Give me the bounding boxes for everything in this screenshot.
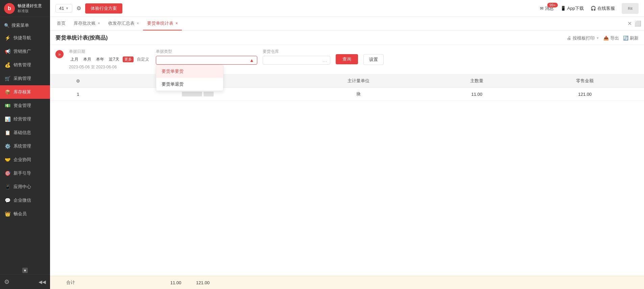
sidebar-item-label: 销售管理 (14, 62, 31, 68)
th-amount: 零售金额 (526, 74, 644, 88)
sidebar-item-label: 畅会员 (14, 211, 27, 217)
online-service-icon: 🎧 (591, 6, 596, 11)
filter-expand-btn[interactable]: » (55, 50, 64, 58)
app-download-btn[interactable]: 📱 App下载 (560, 5, 584, 12)
sidebar-item-purchase[interactable]: 🛒 采购管理 (0, 72, 50, 85)
sidebar-item-enterprise[interactable]: 🤝 企业协同 (0, 153, 50, 166)
win-close-btn[interactable]: ✕ (627, 20, 632, 27)
tabs-window-controls: ✕ ⬜ (627, 20, 641, 27)
template-print-icon: 🖨 (567, 36, 571, 41)
filter-date-label: 单据日期 (69, 49, 150, 54)
sidebar-item-label: 经营管理 (14, 116, 31, 122)
tab-receive-summary[interactable]: 收发存汇总表 × (104, 17, 143, 30)
query-btn[interactable]: 查询 (336, 54, 358, 64)
sidebar-item-system[interactable]: ⚙️ 系统管理 (0, 139, 50, 153)
sidebar-item-basic[interactable]: 📋 基础信息 (0, 126, 50, 139)
sidebar: b 畅捷通好生意 标准版 🔍 搜索菜单 ⚡ 快捷导航 📢 营销推广 💰 销售管理… (0, 0, 50, 289)
sidebar-item-label: 快捷导航 (14, 35, 31, 41)
brand-sub: 标准版 (18, 8, 42, 13)
refresh-label: 刷新 (630, 35, 639, 41)
branch-value: 41 (59, 6, 64, 11)
date-btn-last-month[interactable]: 上月 (69, 56, 80, 63)
filter-type-input-wrap[interactable]: ▲ (156, 56, 257, 65)
messages-badge: 99+ (547, 3, 558, 7)
trial-btn[interactable]: 体验行业方案 (85, 3, 122, 14)
td-index: 1 (50, 88, 106, 101)
filter-date-btns: 上月 本月 本年 近7天 更多 自定义 (69, 56, 150, 63)
messages-icon: ✉ (540, 6, 544, 11)
sidebar-item-inventory[interactable]: 📦 库存核算 (0, 85, 50, 99)
sidebar-logo: b 畅捷通好生意 标准版 (0, 0, 50, 17)
collapse-icon[interactable]: ◀◀ (39, 279, 46, 285)
filter-type-label: 单据类型 (156, 49, 257, 54)
sidebar-scroll-down[interactable]: ▼ (22, 268, 28, 273)
dropdown-item-order-goods[interactable]: 要货单要货 (156, 65, 223, 78)
warehouse-more-icon[interactable]: … (323, 58, 327, 63)
table-row: 1 块 11.00 (50, 88, 644, 101)
sidebar-item-marketing[interactable]: 📢 营销推广 (0, 45, 50, 58)
sidebar-item-quick-nav[interactable]: ⚡ 快捷导航 (0, 31, 50, 45)
win-maximize-btn[interactable]: ⬜ (635, 20, 641, 27)
th-quantity: 主数量 (428, 74, 526, 88)
date-btn-this-year[interactable]: 本年 (95, 56, 105, 63)
sales-icon: 💰 (4, 62, 11, 68)
tab-order-stats[interactable]: 要货单统计表 × (143, 17, 182, 30)
filter-warehouse-input[interactable] (266, 58, 323, 63)
sidebar-item-label: 应用中心 (14, 184, 31, 190)
avatar-text: Rit (628, 6, 632, 10)
messages-btn[interactable]: ✉ 消息 99+ (540, 5, 554, 12)
export-btn[interactable]: 📤 导出 (603, 35, 619, 41)
sidebar-item-finance[interactable]: 💵 资金管理 (0, 99, 50, 112)
user-avatar[interactable]: Rit (622, 3, 639, 14)
th-unit: 主计量单位 (289, 74, 428, 88)
sidebar-item-label: 企业协同 (14, 157, 31, 163)
tab-receive-summary-close[interactable]: × (137, 21, 139, 26)
refresh-btn[interactable]: 🔄 刷新 (623, 35, 639, 41)
topbar-settings-icon[interactable]: ⚙ (76, 5, 81, 12)
finance-icon: 💵 (4, 102, 11, 109)
tab-home[interactable]: 首页 (53, 17, 70, 30)
settings-filter-btn[interactable]: 设置 (363, 54, 384, 65)
sidebar-item-vip[interactable]: 👑 畅会员 (0, 207, 50, 221)
tab-order-stats-close[interactable]: × (175, 21, 178, 26)
th-settings[interactable]: ⚙ (50, 74, 106, 88)
filter-type-clear-icon[interactable]: ▲ (249, 58, 254, 63)
filter-warehouse-input-wrap[interactable]: … (263, 56, 330, 65)
topbar-left: 41 ▼ ⚙ 体验行业方案 (55, 3, 122, 14)
filter-date-range: 2023-05-06 至 2023-06-06 (69, 64, 150, 70)
sidebar-item-wechat[interactable]: 💬 企业微信 (0, 194, 50, 207)
search-icon: 🔍 (4, 23, 9, 28)
sidebar-item-guide[interactable]: 🎯 新手引导 (0, 166, 50, 180)
td-unit: 块 (289, 88, 428, 101)
date-btn-this-month[interactable]: 本月 (82, 56, 93, 63)
table-wrap: ⚙ 商品 主计量单位 主数量 零售金额 (50, 74, 644, 276)
template-print-btn[interactable]: 🖨 按模板打印 ▼ (567, 35, 599, 41)
sidebar-item-label: 基础信息 (14, 130, 31, 136)
date-more-tag[interactable]: 更多 (123, 57, 134, 62)
date-btn-last-7days[interactable]: 近7天 (108, 56, 121, 63)
sidebar-search[interactable]: 🔍 搜索菜单 (0, 20, 50, 31)
online-service-btn[interactable]: 🎧 在线客服 (591, 5, 615, 12)
sidebar-item-sales[interactable]: 💰 销售管理 (0, 58, 50, 72)
sidebar-item-operation[interactable]: 📊 经营管理 (0, 112, 50, 126)
filter-type-input[interactable] (159, 58, 249, 63)
app-download-label: App下载 (567, 5, 584, 12)
sidebar-scroll-top (0, 17, 50, 20)
tab-batch-account[interactable]: 库存批次账 × (70, 17, 104, 30)
system-icon: ⚙️ (4, 143, 11, 150)
sidebar-item-appstore[interactable]: 📱 应用中心 (0, 180, 50, 194)
sidebar-nav: ⚡ 快捷导航 📢 营销推广 💰 销售管理 🛒 采购管理 📦 库存核算 💵 资金管… (0, 31, 50, 266)
refresh-icon: 🔄 (623, 36, 628, 41)
brand-name: 畅捷通好生意 (18, 3, 42, 9)
tab-batch-account-close[interactable]: × (98, 21, 100, 26)
settings-icon[interactable]: ⚙ (4, 278, 9, 286)
template-print-dropdown-icon: ▼ (596, 36, 599, 40)
filter-bar: » 单据日期 上月 本月 本年 近7天 更多 自定义 2023-05-06 至 … (50, 45, 644, 74)
guide-icon: 🎯 (4, 170, 11, 177)
column-settings-icon: ⚙ (76, 79, 80, 84)
branch-selector[interactable]: 41 ▼ (55, 4, 72, 13)
date-btn-custom[interactable]: 自定义 (136, 56, 150, 63)
dropdown-item-order-return[interactable]: 要货单退货 (156, 78, 223, 91)
quick-nav-icon: ⚡ (4, 35, 11, 41)
app-logo-icon: b (4, 3, 15, 14)
